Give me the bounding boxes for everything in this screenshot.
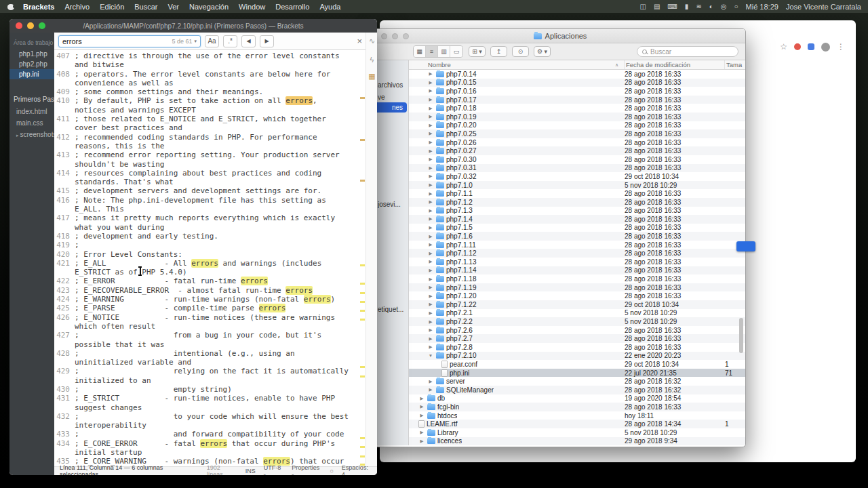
bluetooth-icon[interactable]: ◎: [721, 3, 727, 10]
finder-row[interactable]: ▶php7.2.728 ago 2018 16:33: [409, 334, 745, 343]
finder-row[interactable]: ▶php7.0.1728 ago 2018 16:33: [409, 96, 745, 104]
disclosure-closed-icon[interactable]: ▶: [427, 216, 434, 222]
apple-menu-icon[interactable]: [7, 2, 15, 11]
finder-row[interactable]: ▶php7.1.1328 ago 2018 16:33: [409, 258, 745, 266]
finder-row[interactable]: ▶php7.1.528 ago 2018 16:33: [409, 224, 745, 232]
finder-row[interactable]: ▶php7.1.2229 oct 2018 10:34: [409, 300, 745, 309]
battery-icon[interactable]: ▮: [685, 3, 689, 10]
finder-row[interactable]: ▶php7.0.3128 ago 2018 16:33: [409, 164, 745, 173]
finder-row[interactable]: php.ini22 jul 2020 21:3571: [409, 369, 745, 378]
finder-row[interactable]: ▶php7.0.3028 ago 2018 16:33: [409, 155, 745, 164]
lint-status-icon[interactable]: ○: [330, 468, 333, 474]
menu-item-ver[interactable]: Ver: [168, 3, 180, 11]
working-file-php2.php[interactable]: php2.php: [9, 59, 54, 69]
wifi-icon[interactable]: ≋: [696, 3, 701, 10]
menu-item-edición[interactable]: Edición: [100, 3, 124, 11]
extension-icon[interactable]: [808, 43, 814, 50]
working-file-php.ini[interactable]: php.ini: [9, 69, 54, 79]
menubar-clock[interactable]: Mié 18:29: [746, 3, 778, 11]
finder-row[interactable]: ▶php7.1.128 ago 2018 16:33: [409, 189, 745, 198]
disclosure-closed-icon[interactable]: ▶: [427, 191, 434, 197]
code-line[interactable]: 434; E_CORE_ERROR - fatal errors that oc…: [54, 439, 377, 458]
folder-disclosure-icon[interactable]: ▸: [16, 133, 19, 138]
finder-row[interactable]: ▶php7.2.628 ago 2018 16:33: [409, 326, 745, 335]
disclosure-closed-icon[interactable]: ▶: [427, 157, 434, 162]
code-line[interactable]: 428; intentional (e.g., using an uniniti…: [54, 349, 377, 367]
finder-row[interactable]: ▶fcgi-bin28 ago 2018 16:33: [409, 403, 745, 411]
finder-row[interactable]: ▶php7.0.1828 ago 2018 16:33: [409, 104, 745, 113]
finder-row[interactable]: ▶php7.1.1228 ago 2018 16:33: [409, 249, 745, 258]
code-line[interactable]: 422; E_ERROR - fatal run-time errors: [54, 277, 377, 285]
finder-row[interactable]: pear.conf29 oct 2018 10:341: [409, 360, 745, 369]
disclosure-closed-icon[interactable]: ▶: [427, 277, 434, 282]
disclosure-closed-icon[interactable]: ▶: [427, 310, 434, 316]
action-button[interactable]: ⚙ ▾: [534, 46, 551, 57]
finder-row[interactable]: ▶php7.2.828 ago 2018 16:33: [409, 343, 745, 352]
code-line[interactable]: 408; operators. The error level constant…: [54, 70, 377, 88]
brackets-titlebar[interactable]: /Applications/MAMP/conf/php7.2.10/php.in…: [9, 19, 377, 33]
disclosure-closed-icon[interactable]: ▶: [427, 208, 434, 214]
case-sensitive-button[interactable]: Aa: [205, 35, 219, 47]
disclosure-closed-icon[interactable]: ▶: [427, 234, 434, 239]
code-line[interactable]: 410; By default, PHP is set to take acti…: [54, 96, 377, 115]
disclosure-closed-icon[interactable]: ▶: [427, 106, 434, 111]
disclosure-open-icon[interactable]: ▼: [427, 353, 434, 358]
disclosure-closed-icon[interactable]: ▶: [427, 148, 434, 154]
sidebar-item-fragment[interactable]: ve: [378, 94, 407, 101]
code-line[interactable]: 413; recommend error reporting setting. …: [54, 150, 377, 169]
live-preview-icon[interactable]: ϟ: [366, 56, 377, 64]
list-view-button[interactable]: ≡: [426, 46, 438, 57]
finder-row[interactable]: ▶php7.0.1928 ago 2018 16:33: [409, 113, 745, 121]
disclosure-closed-icon[interactable]: ▶: [427, 88, 434, 94]
find-input[interactable]: errors 5 de 61 ▾: [58, 35, 201, 47]
finder-row[interactable]: ▶php7.1.1428 ago 2018 16:33: [409, 266, 745, 275]
code-line[interactable]: 412; recommended coding standards in PHP…: [54, 133, 377, 151]
disclosure-closed-icon[interactable]: ▶: [418, 413, 425, 418]
gallery-view-button[interactable]: ▭: [450, 46, 462, 57]
minimize-window-button[interactable]: [392, 33, 398, 39]
finder-row[interactable]: LEAME.rtf28 ago 2018 14:341: [409, 420, 745, 428]
finder-row[interactable]: ▶php7.0.2628 ago 2018 16:33: [409, 138, 745, 147]
code-line[interactable]: 431; E_STRICT - run-time notices, enable…: [54, 394, 377, 412]
code-line[interactable]: 435; E_CORE_WARNING - warnings (non-fata…: [54, 457, 377, 466]
code-line[interactable]: 425; E_PARSE - compile-time parse errors: [54, 304, 377, 312]
browser-profile-avatar[interactable]: [821, 43, 830, 52]
code-line[interactable]: 419;: [54, 241, 377, 249]
finder-row[interactable]: ▶php7.1.1828 ago 2018 16:33: [409, 274, 745, 283]
finder-row[interactable]: ▶php7.1.328 ago 2018 16:33: [409, 207, 745, 216]
code-line[interactable]: 421; E_ALL - All errors and warnings (in…: [54, 259, 377, 277]
zoom-window-button[interactable]: [403, 33, 409, 39]
finder-row[interactable]: ▶db19 ago 2020 18:54: [409, 394, 745, 403]
project-file-index.html[interactable]: index.html: [9, 106, 54, 117]
disclosure-closed-icon[interactable]: ▶: [427, 242, 434, 247]
menu-item-desarrollo[interactable]: Desarrollo: [275, 3, 309, 11]
chevron-down-icon[interactable]: ▾: [194, 39, 197, 44]
disclosure-closed-icon[interactable]: ▶: [427, 131, 434, 136]
finder-search-field[interactable]: Buscar: [637, 46, 738, 57]
finder-row[interactable]: ▶php7.0.2728 ago 2018 16:33: [409, 146, 745, 155]
project-dropdown[interactable]: Primeros Pasos ▾: [9, 93, 54, 106]
volume-icon[interactable]: ◐: [709, 3, 713, 10]
finder-row[interactable]: ▶php7.1.2028 ago 2018 16:33: [409, 291, 745, 300]
code-line[interactable]: 411; those related to E_NOTICE and E_STR…: [54, 115, 377, 133]
finder-row[interactable]: ▶Library5 nov 2018 10:29: [409, 428, 745, 437]
regex-button[interactable]: .*: [223, 35, 237, 47]
sidebar-item-fragment[interactable]: etiquet...: [378, 306, 407, 313]
disclosure-closed-icon[interactable]: ▶: [427, 174, 434, 179]
working-file-php1.php[interactable]: php1.php: [9, 49, 54, 59]
menu-item-buscar[interactable]: Buscar: [134, 3, 157, 11]
disclosure-closed-icon[interactable]: ▶: [427, 259, 434, 264]
code-line[interactable]: 432; to your code which will ensure the …: [54, 412, 377, 430]
code-line[interactable]: 426; E_NOTICE - run-time notices (these …: [54, 313, 377, 331]
menu-item-archivo[interactable]: Archivo: [64, 3, 90, 11]
close-window-button[interactable]: [381, 33, 387, 39]
sidebar-item-fragment[interactable]: nes: [375, 102, 407, 113]
sidebar-item-fragment[interactable]: archivos: [378, 81, 407, 89]
menu-item-brackets[interactable]: Brackets: [23, 3, 54, 11]
disclosure-closed-icon[interactable]: ▶: [427, 327, 434, 333]
code-line[interactable]: 415; development servers and development…: [54, 186, 377, 195]
code-line[interactable]: 418; development and early testing.: [54, 232, 377, 241]
disclosure-closed-icon[interactable]: ▶: [427, 165, 434, 171]
disclosure-closed-icon[interactable]: ▶: [418, 439, 425, 444]
finder-row[interactable]: ▶php7.0.3229 oct 2018 10:34: [409, 172, 745, 181]
